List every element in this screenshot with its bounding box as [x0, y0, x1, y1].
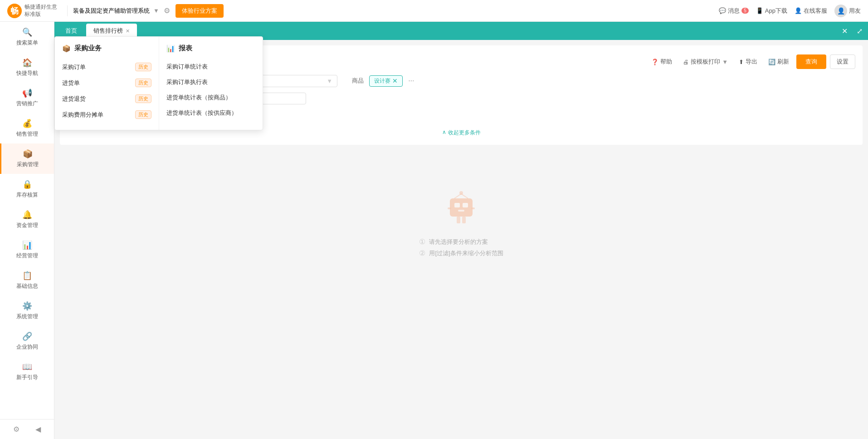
purchase-dropdown-menu: 📦 采购业务 采购订单 历史 进货单 历史 进货退货 历史 采购费用分摊单 历史…	[54, 36, 263, 130]
finance-icon: 🔔	[22, 210, 32, 220]
dropdown-item-incoming-stats-supplier[interactable]: 进货单统计表（按供应商）	[166, 105, 256, 121]
collapse-sidebar-icon[interactable]: ◀	[35, 425, 41, 434]
message-badge: 5	[741, 8, 749, 14]
app-download-btn[interactable]: 📱 App下载	[756, 7, 787, 15]
goods-ellipsis[interactable]: ···	[408, 77, 414, 85]
help-icon: ❓	[651, 59, 658, 65]
divider	[67, 5, 68, 16]
tab-bar-expand-icon[interactable]: ⤢	[855, 27, 864, 35]
refresh-icon: 🔄	[768, 59, 775, 65]
settings-icon[interactable]: ⚙	[164, 6, 170, 15]
svg-rect-7	[457, 217, 460, 223]
sidebar-item-guide[interactable]: 📖 新手引导	[0, 356, 54, 387]
dropdown-item-return[interactable]: 进货退货 历史	[62, 91, 151, 107]
phone-icon: 📱	[756, 7, 763, 14]
refresh-btn[interactable]: 🔄 刷新	[765, 56, 793, 68]
history-badge-incoming: 历史	[135, 79, 151, 87]
message-icon: 💬	[719, 7, 726, 14]
svg-rect-0	[450, 198, 473, 217]
guide-icon: 📖	[22, 362, 32, 372]
search-icon: 🔍	[22, 27, 32, 37]
system-icon: ⚙️	[22, 301, 32, 311]
hint1-bullet: ①	[419, 237, 425, 246]
status-dropdown-icon: ▼	[327, 78, 332, 84]
dropdown-item-expense[interactable]: 采购费用分摊单 历史	[62, 107, 151, 123]
sidebar-item-finance[interactable]: 🔔 资金管理	[0, 204, 54, 235]
dropdown-arrow-icon: ▼	[153, 7, 159, 14]
sidebar-item-quicknav[interactable]: 🏠 快捷导航	[0, 52, 54, 83]
sidebar-footer: ⚙ ◀	[0, 419, 54, 439]
logo-area: 畅 畅捷通好生意 标准版	[7, 4, 62, 18]
empty-state: ① 请先选择要分析的方案 ② 用[过滤]条件来缩小分析范围	[60, 148, 863, 294]
query-btn[interactable]: 查询	[796, 54, 826, 69]
logo-text: 畅捷通好生意 标准版	[24, 4, 57, 18]
inventory-icon: 🔒	[22, 179, 32, 189]
help-btn[interactable]: ❓ 帮助	[648, 56, 676, 68]
dropdown-report-title: 📊 报表	[166, 44, 256, 53]
sidebar-item-system[interactable]: ⚙️ 系统管理	[0, 296, 54, 326]
print-icon: 🖨	[683, 59, 689, 65]
history-badge-return: 历史	[135, 94, 151, 103]
dropdown-item-order-exec[interactable]: 采购订单执行表	[166, 74, 256, 90]
svg-rect-4	[448, 207, 451, 209]
basicinfo-icon: 📋	[22, 271, 32, 281]
marketing-icon: 📢	[22, 88, 32, 98]
logo-icon: 畅	[7, 4, 22, 18]
top-bar-actions: 💬 消息 5 📱 App下载 👤 在线客服 👤 用友	[719, 5, 861, 17]
print-btn[interactable]: 🖨 按模板打印 ▼	[679, 56, 731, 68]
user-btn[interactable]: 👤 用友	[834, 5, 861, 17]
settings-footer-icon[interactable]: ⚙	[13, 425, 20, 434]
svg-rect-3	[458, 210, 464, 212]
svg-point-6	[459, 191, 463, 195]
home-icon: 🏠	[22, 58, 32, 68]
svg-rect-2	[463, 203, 468, 207]
tab-close-icon[interactable]: ✕	[126, 28, 130, 34]
dropdown-item-incoming[interactable]: 进货单 历史	[62, 75, 151, 91]
svg-rect-8	[462, 217, 466, 223]
sidebar-item-basicinfo[interactable]: 📋 基础信息	[0, 265, 54, 296]
goods-label: 商品	[352, 77, 364, 85]
system-title[interactable]: 装备及固定资产辅助管理系统 ▼ ⚙	[73, 6, 170, 15]
operations-icon: 📊	[22, 240, 32, 250]
sidebar-item-inventory[interactable]: 🔒 库存核算	[0, 174, 54, 204]
history-badge-purchase-order: 历史	[135, 63, 151, 71]
dropdown-purchase-title: 📦 采购业务	[62, 44, 151, 53]
export-btn[interactable]: ⬆ 导出	[735, 56, 761, 68]
dropdown-item-incoming-stats-goods[interactable]: 进货单统计表（按商品）	[166, 90, 256, 105]
hint2-bullet: ②	[419, 249, 425, 257]
history-badge-expense: 历史	[135, 110, 151, 119]
industry-btn[interactable]: 体验行业方案	[176, 4, 224, 18]
avatar: 👤	[834, 5, 847, 17]
goods-tag-close-icon[interactable]: ✕	[392, 77, 398, 84]
svg-rect-1	[454, 203, 460, 207]
dropdown-item-purchase-order[interactable]: 采购订单 历史	[62, 59, 151, 75]
purchase-title-icon: 📦	[62, 44, 71, 53]
top-bar: 畅 畅捷通好生意 标准版 装备及固定资产辅助管理系统 ▼ ⚙ 体验行业方案 💬 …	[0, 0, 868, 22]
sidebar-item-operations[interactable]: 📊 经营管理	[0, 235, 54, 265]
empty-hint2: 用[过滤]条件来缩小分析范围	[429, 249, 503, 257]
empty-hint1: 请先选择要分析的方案	[429, 238, 488, 246]
dropdown-purchase-section: 📦 采购业务 采购订单 历史 进货单 历史 进货退货 历史 采购费用分摊单 历史	[55, 37, 159, 130]
collapse-icon: ∧	[442, 129, 446, 137]
dropdown-item-order-stats[interactable]: 采购订单统计表	[166, 59, 256, 74]
dropdown-report-section: 📊 报表 采购订单统计表 采购订单执行表 进货单统计表（按商品） 进货单统计表（…	[159, 37, 263, 130]
report-title-icon: 📊	[166, 44, 175, 53]
sidebar-item-purchase[interactable]: 📦 采购管理	[0, 143, 54, 174]
sidebar-item-cooperation[interactable]: 🔗 企业协同	[0, 326, 54, 356]
goods-tag: 设计赛 ✕	[369, 75, 403, 87]
message-btn[interactable]: 💬 消息 5	[719, 7, 749, 15]
sidebar-item-marketing[interactable]: 📢 营销推广	[0, 83, 54, 113]
print-dropdown-icon: ▼	[722, 59, 728, 65]
settings-filter-btn[interactable]: 设置	[830, 54, 855, 69]
sidebar-item-search[interactable]: 🔍 搜索菜单	[0, 22, 54, 52]
service-icon: 👤	[795, 7, 802, 14]
svg-rect-5	[471, 207, 475, 209]
sidebar-item-sales[interactable]: 💰 销售管理	[0, 113, 54, 143]
tab-bar-close-icon[interactable]: ✕	[838, 27, 851, 35]
sidebar: 🔍 搜索菜单 🏠 快捷导航 📢 营销推广 💰 销售管理 📦 采购管理 🔒	[0, 22, 54, 439]
purchase-icon: 📦	[23, 149, 33, 159]
empty-illustration	[439, 185, 484, 230]
online-service-btn[interactable]: 👤 在线客服	[795, 7, 827, 15]
cooperation-icon: 🔗	[22, 331, 32, 341]
sales-icon: 💰	[22, 118, 32, 128]
